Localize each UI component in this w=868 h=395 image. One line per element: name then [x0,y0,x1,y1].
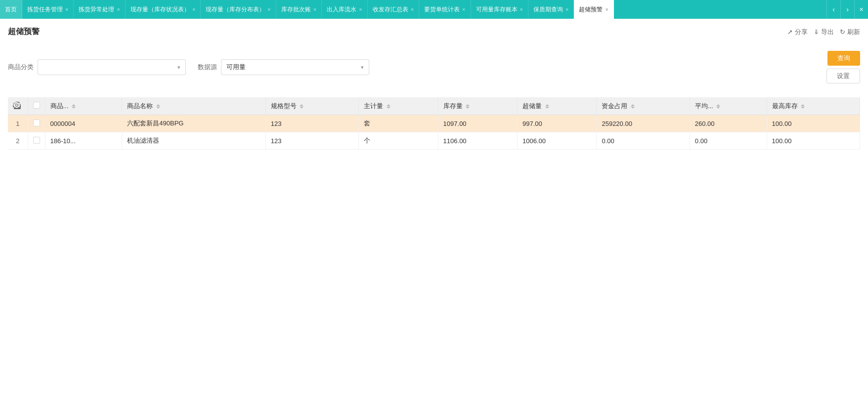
row-name: 机油滤清器 [122,132,266,150]
row-stock: 1106.00 [438,132,517,150]
row-spec: 123 [265,115,358,132]
settings-button[interactable]: 设置 [826,69,860,83]
refresh-button[interactable]: ↻ 刷新 [840,28,860,37]
datasource-filter: 数据源 可用量 ▾ [198,59,369,75]
select-all-header[interactable] [28,97,45,115]
sort-icon [631,104,635,109]
close-icon[interactable]: × [565,6,568,12]
row-avg: 260.00 [690,115,767,132]
nav-item-inventory-dist[interactable]: 现存量（库存分布表） × [201,0,276,19]
row-spec: 123 [265,132,358,150]
export-button[interactable]: ⇓ 导出 [814,28,834,37]
row-number: 1 [8,115,28,132]
nav-item-inventory-status[interactable]: 现存量（库存状况表） × [126,0,201,19]
close-icon[interactable]: × [462,6,465,12]
gear-icon [13,101,21,109]
nav-item-flow[interactable]: 出入库流水 × [322,0,367,19]
top-navigation: 首页 拣货任务管理 × 拣货异常处理 × 现存量（库存状况表） × 现存量（库存… [0,0,868,19]
nav-item-home[interactable]: 首页 [0,0,22,19]
table-row: 1 0000004 六配套新昌490BPG 123 套 1097.00 997.… [8,115,860,132]
nav-arrows: ‹ › × [826,0,868,19]
close-icon[interactable]: × [313,6,316,12]
close-icon[interactable]: × [520,6,523,12]
nav-close-button[interactable]: × [854,0,868,19]
nav-item-exception[interactable]: 拣货异常处理 × [74,0,125,19]
row-capital: 259220.00 [597,115,690,132]
nav-item-task[interactable]: 拣货任务管理 × [22,0,74,19]
row-over: 1006.00 [518,132,597,150]
row-avg: 0.00 [690,132,767,150]
export-icon: ⇓ [814,28,819,36]
row-stock: 1097.00 [438,115,517,132]
row-code: 0000004 [45,115,122,132]
table-row: 2 186-10... 机油滤清器 123 个 1106.00 1006.00 … [8,132,860,150]
query-button[interactable]: 查询 [827,51,860,66]
row-unit: 个 [359,132,438,150]
col-over[interactable]: 超储量 [518,97,597,115]
row-checkbox[interactable] [33,137,40,144]
nav-item-order-stats[interactable]: 要货单统计表 × [419,0,471,19]
col-unit[interactable]: 主计量 [359,97,438,115]
close-icon[interactable]: × [605,6,608,12]
row-checkbox-cell[interactable] [28,132,45,150]
nav-item-shelf-life[interactable]: 保质期查询 × [528,0,574,19]
row-maxstock: 100.00 [767,132,860,150]
row-name: 六配套新昌490BPG [122,115,266,132]
share-button[interactable]: ➚ 分享 [787,28,808,37]
col-code[interactable]: 商品... [45,97,122,115]
nav-prev-button[interactable]: ‹ [826,0,840,19]
sort-icon [716,104,720,109]
col-spec[interactable]: 规格型号 [265,97,358,115]
datasource-select[interactable]: 可用量 ▾ [221,59,369,75]
row-maxstock: 100.00 [767,115,860,132]
category-select[interactable]: ▾ [38,59,186,75]
filter-area: 商品分类 ▾ 数据源 可用量 ▾ 查询 设置 [8,45,860,89]
nav-item-overstock[interactable]: 超储预警 × [574,0,613,19]
close-icon[interactable]: × [192,6,195,12]
nav-next-button[interactable]: › [840,0,854,19]
close-icon[interactable]: × [117,6,120,12]
select-all-checkbox[interactable] [33,102,40,109]
col-capital[interactable]: 资金占用 [597,97,690,115]
close-icon[interactable]: × [267,6,270,12]
page-title: 超储预警 [8,27,40,37]
sort-icon [72,104,76,109]
row-checkbox-cell[interactable] [28,115,45,132]
col-stock[interactable]: 库存量 [438,97,517,115]
datasource-value: 可用量 [226,63,246,72]
sort-icon [545,104,549,109]
chevron-down-icon: ▾ [177,64,180,71]
table-header-row: 商品... 商品名称 规格型号 [8,97,860,115]
nav-item-summary[interactable]: 收发存汇总表 × [368,0,419,19]
col-avg[interactable]: 平均... [690,97,767,115]
page-container: 超储预警 ➚ 分享 ⇓ 导出 ↻ 刷新 商品分类 ▾ 数据源 [0,19,868,395]
row-checkbox[interactable] [33,119,40,126]
gear-column-header[interactable] [8,97,28,115]
close-icon[interactable]: × [411,6,414,12]
sort-icon [300,104,304,109]
col-name[interactable]: 商品名称 [122,97,266,115]
refresh-icon: ↻ [840,28,845,36]
datasource-label: 数据源 [198,63,217,72]
share-icon: ➚ [787,28,793,36]
row-code: 186-10... [45,132,122,150]
close-icon[interactable]: × [65,6,68,12]
category-filter: 商品分类 ▾ [8,59,186,75]
close-icon[interactable]: × [359,6,362,12]
row-over: 997.00 [518,115,597,132]
sort-icon [801,104,805,109]
filter-buttons: 查询 设置 [826,51,860,83]
row-unit: 套 [359,115,438,132]
page-header: 超储预警 ➚ 分享 ⇓ 导出 ↻ 刷新 [8,27,860,37]
category-label: 商品分类 [8,63,34,72]
chevron-down-icon: ▾ [361,64,364,71]
nav-item-available-ledger[interactable]: 可用量库存账本 × [471,0,528,19]
col-maxstock[interactable]: 最高库存 [767,97,860,115]
data-table: 商品... 商品名称 规格型号 [8,97,860,150]
row-number: 2 [8,132,28,150]
sort-icon [156,104,160,109]
header-actions: ➚ 分享 ⇓ 导出 ↻ 刷新 [787,28,860,37]
row-capital: 0.00 [597,132,690,150]
nav-item-batch[interactable]: 库存批次账 × [276,0,322,19]
sort-icon [387,104,391,109]
